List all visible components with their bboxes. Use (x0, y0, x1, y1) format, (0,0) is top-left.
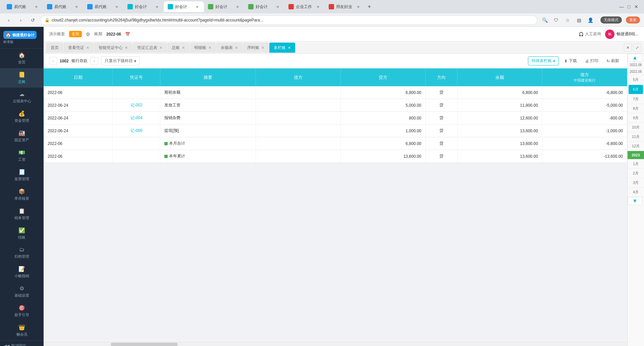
sidebar-item-archive[interactable]: 🗂 归档管理 (0, 243, 44, 262)
sidebar-item-expense[interactable]: 📝 小畅报销 (0, 262, 44, 282)
scroll-up-btn[interactable]: ▲ (628, 54, 642, 62)
sidebar-item-home[interactable]: 🏠 首页 (0, 49, 44, 68)
horizontal-scrollbar[interactable] (44, 342, 627, 346)
filter-dropdown[interactable]: 只显示下级科目 ▾ (101, 56, 140, 65)
tab-close-8[interactable]: ✕ (315, 4, 321, 9)
browser-tab-3[interactable]: 易代账 ✕ (83, 1, 123, 12)
tab-close-7[interactable]: ✕ (275, 4, 280, 9)
tab-general-close[interactable]: ✕ (182, 46, 185, 50)
month-10[interactable]: 10月 (628, 123, 644, 132)
sidebar-toggle-icon[interactable]: ▤ (574, 15, 584, 25)
browser-tab-5[interactable]: 好会计 ✕ (164, 1, 204, 12)
voucher-link-3[interactable]: 记-006 (130, 128, 143, 133)
sidebar-item-close[interactable]: ✅ 结账 (0, 224, 44, 243)
print-btn[interactable]: 🖨 打印 (582, 57, 601, 65)
tab-close-3[interactable]: ✕ (114, 4, 119, 9)
browser-tab-6[interactable]: 好会计 ✕ (204, 1, 244, 12)
new-tab-btn[interactable]: + (365, 3, 374, 10)
prev-account-btn[interactable]: ‹ (49, 57, 57, 65)
sidebar-item-report[interactable]: ☁ 云报表中心 (0, 88, 44, 107)
consult-btn[interactable]: 🎧 人工咨询 (579, 31, 601, 37)
month-9[interactable]: 9月 (628, 113, 644, 123)
sidebar-item-invoice[interactable]: 🧾 发票管理 (0, 165, 44, 185)
tab-balance[interactable]: 余额表 ✕ (216, 43, 242, 53)
cell-voucher-2[interactable]: 记-004 (113, 112, 160, 125)
star-icon[interactable]: ☆ (563, 15, 572, 25)
year-2023[interactable]: 2023 (628, 151, 644, 159)
tab-voucher-summary[interactable]: 凭证汇总表 ✕ (133, 43, 167, 53)
browser-tab-1[interactable]: 易代账 ✕ (3, 1, 43, 12)
special-btn[interactable]: 特殊多栏账 ▾ (528, 56, 559, 65)
cell-voucher-1[interactable]: 记-002 (113, 99, 160, 112)
maximize-btn[interactable]: □ (627, 4, 631, 9)
tab-close-6[interactable]: ✕ (235, 4, 240, 9)
shield-icon[interactable]: 🛡 (551, 15, 561, 25)
browser-tab-9[interactable]: 用友好业 ✕ (325, 1, 365, 12)
tab-close-4[interactable]: ✕ (154, 4, 160, 9)
incognito-btn[interactable]: 无痕模式 (600, 16, 622, 23)
settings-btn[interactable]: ⚙ (86, 32, 90, 37)
month-4[interactable]: 4月 (628, 188, 644, 197)
month-7[interactable]: 7月 (628, 95, 644, 104)
tab-multi-close[interactable]: ✕ (288, 46, 291, 50)
url-bar[interactable]: 🔒 cloud2.chanjet.com/accounting/uh26t264… (40, 15, 537, 25)
browser-tab-8[interactable]: 企业工作 ✕ (284, 1, 325, 12)
forward-btn[interactable]: › (16, 15, 25, 25)
month-6[interactable]: 6月 (629, 85, 643, 94)
tab-detail[interactable]: 明细账 ✕ (190, 43, 216, 53)
refresh-btn[interactable]: ↻ 刷新 (604, 57, 622, 65)
sidebar-item-assets[interactable]: 🏭 固定资产 (0, 127, 44, 146)
tab-smart-close[interactable]: ✕ (125, 46, 128, 50)
tab-close-9[interactable]: ✕ (356, 4, 361, 9)
sidebar-item-guide[interactable]: 🎯 新手引导 (0, 301, 44, 321)
month-2[interactable]: 2月 (628, 169, 644, 178)
browser-tab-7[interactable]: 好会计 ✕ (244, 1, 284, 12)
voucher-link-1[interactable]: 记-002 (130, 103, 143, 107)
tab-balance-close[interactable]: ✕ (235, 46, 238, 50)
scroll-down-btn[interactable]: ▼ (628, 197, 642, 205)
sidebar-item-salary[interactable]: 💵 工资 (0, 146, 44, 165)
close-window-btn[interactable]: ✕ (634, 4, 639, 9)
profile-icon[interactable]: 👤 (586, 15, 595, 25)
expand-panel-btn[interactable]: ⤢ (633, 44, 641, 52)
update-btn[interactable]: 更新 (626, 16, 640, 23)
next-account-btn[interactable]: › (90, 57, 98, 65)
sidebar-item-tax[interactable]: 📋 税务管理 (0, 204, 44, 224)
sidebar-item-inventory[interactable]: 📦 库存核算 (0, 185, 44, 204)
month-1[interactable]: 1月 (628, 159, 644, 169)
voucher-link-2[interactable]: 记-004 (130, 115, 143, 120)
tab-journal-close[interactable]: ✕ (261, 46, 264, 50)
tab-voucher-close[interactable]: ✕ (86, 46, 89, 50)
close-panel-btn[interactable]: ✕ (624, 44, 632, 52)
reload-btn[interactable]: ↺ (28, 15, 38, 25)
tab-multi-column[interactable]: 多栏账 ✕ (269, 43, 295, 53)
month-12[interactable]: 12月 (628, 142, 644, 151)
tab-detail-close[interactable]: ✕ (208, 46, 211, 50)
h-scroll-thumb[interactable] (111, 343, 178, 346)
tab-smart-voucher[interactable]: 智能凭证中心 ✕ (94, 43, 132, 53)
search-icon[interactable]: 🔍 (540, 15, 549, 25)
month-5[interactable]: 5月 (628, 75, 644, 85)
sidebar-item-member[interactable]: 👑 畅会员 (0, 321, 44, 340)
tab-general-ledger[interactable]: 总账 ✕ (167, 43, 189, 53)
month-11[interactable]: 11月 (628, 132, 644, 142)
cell-voucher-3[interactable]: 记-006 (113, 125, 160, 137)
tab-vsummary-close[interactable]: ✕ (159, 46, 162, 50)
tab-home[interactable]: 首页 (46, 43, 63, 53)
sidebar-item-ledger[interactable]: 📒 总账 (0, 68, 44, 88)
month-8[interactable]: 8月 (628, 104, 644, 113)
sidebar-item-fund[interactable]: 💰 资金管理 (0, 107, 44, 127)
tab-journal[interactable]: 序时账 ✕ (243, 43, 269, 53)
tab-close-1[interactable]: ✕ (34, 4, 39, 9)
demo-badge[interactable]: 套用 (69, 31, 82, 37)
tab-voucher[interactable]: 查看凭证 ✕ (64, 43, 94, 53)
tab-close-2[interactable]: ✕ (74, 4, 79, 9)
month-3[interactable]: 3月 (628, 178, 644, 188)
calendar-icon[interactable]: 📅 (125, 32, 130, 37)
back-btn[interactable]: ‹ (4, 15, 13, 25)
sidebar-item-settings[interactable]: ⚙ 基础设置 (0, 282, 44, 301)
tab-close-5[interactable]: ✕ (195, 4, 200, 9)
browser-tab-2[interactable]: 易代账 ✕ (43, 1, 83, 12)
browser-tab-4[interactable]: 好会计 ✕ (123, 1, 164, 12)
unpin-btn[interactable]: ◀◀ 取消固定 (0, 341, 44, 346)
